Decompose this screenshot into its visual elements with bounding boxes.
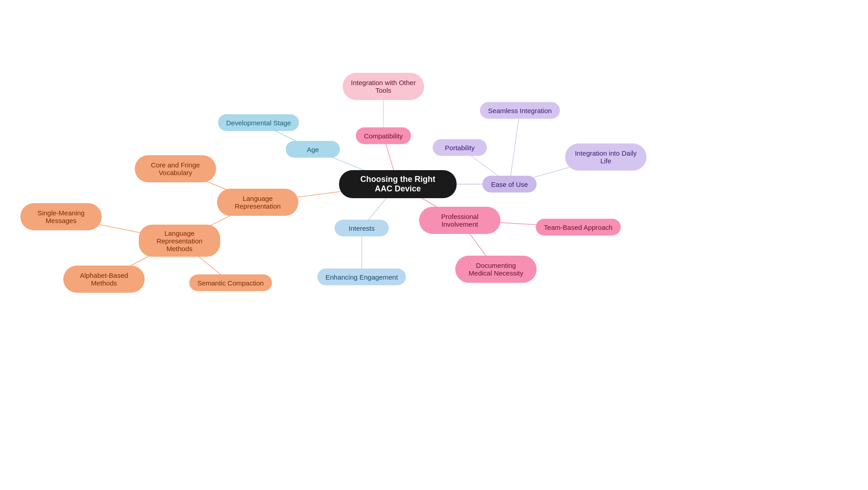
node-age[interactable]: Age <box>286 141 340 158</box>
svg-line-14 <box>509 110 520 184</box>
node-integration-other-tools[interactable]: Integration with Other Tools <box>343 73 424 100</box>
node-compatibility[interactable]: Compatibility <box>356 128 411 144</box>
node-developmental-stage[interactable]: Developmental Stage <box>218 114 299 131</box>
node-seamless-integration[interactable]: Seamless Integration <box>480 102 560 119</box>
node-ease-of-use[interactable]: Ease of Use <box>482 176 537 193</box>
node-interests[interactable]: Interests <box>335 220 389 237</box>
connections-svg <box>0 0 868 490</box>
node-integration-daily-life[interactable]: Integration into Daily Life <box>565 143 646 171</box>
node-language-representation[interactable]: Language Representation <box>217 189 298 216</box>
node-professional-involvement[interactable]: Professional Involvement <box>419 207 500 234</box>
node-semantic-compaction[interactable]: Semantic Compaction <box>189 275 272 291</box>
node-team-based[interactable]: Team-Based Approach <box>536 219 621 236</box>
node-alphabet-based[interactable]: Alphabet-Based Methods <box>63 266 145 293</box>
node-lang-rep-methods[interactable]: Language Representation Methods <box>139 225 220 257</box>
node-documenting-medical[interactable]: Documenting Medical Necessity <box>455 256 537 283</box>
node-portability[interactable]: Portability <box>433 139 487 156</box>
node-core-fringe[interactable]: Core and Fringe Vocabulary <box>135 155 216 182</box>
mindmap-container: Choosing the Right AAC DeviceAgeDevelopm… <box>0 0 868 490</box>
node-enhancing-engagement[interactable]: Enhancing Engagement <box>317 269 406 285</box>
node-single-meaning[interactable]: Single-Meaning Messages <box>20 203 102 230</box>
node-center[interactable]: Choosing the Right AAC Device <box>339 170 457 198</box>
